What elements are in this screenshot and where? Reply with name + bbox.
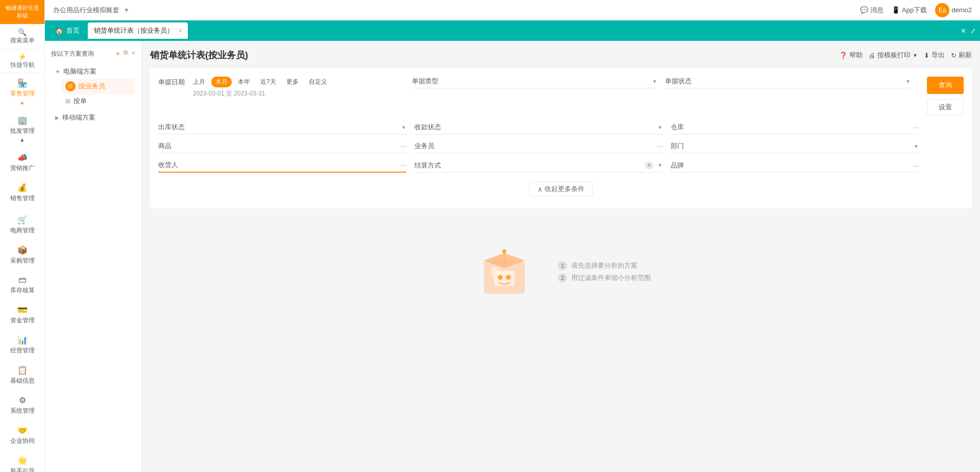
svg-point-4 bbox=[498, 275, 503, 280]
filter-buttons: 查询 设置 bbox=[919, 77, 964, 115]
salesman-field: 业务员 ··· bbox=[414, 141, 663, 153]
tree-item-by-salesman[interactable]: 按 按业务员 bbox=[61, 79, 135, 94]
date-filter-field: 单据日期 上月 本月 本年 近7天 更多 自定义 2023-03-0 bbox=[158, 77, 404, 98]
active-scheme-icon: 按 bbox=[65, 81, 76, 91]
sidebar-search[interactable]: 🔍 搜索菜单 bbox=[0, 24, 44, 50]
desktop-schemes-section: ▼ 电脑端方案 按 按业务员 ⊞ 按单 ▶ 移动端方案 bbox=[45, 62, 141, 127]
collapse-bar: ∧ 收起更多条件 bbox=[158, 178, 964, 200]
tab-close-window-btn[interactable]: ✕ bbox=[961, 27, 966, 35]
collapse-panel-btn[interactable]: « bbox=[132, 49, 135, 58]
sidebar-item-purchase[interactable]: 📦 采购管理 bbox=[0, 240, 44, 270]
date-tab-custom[interactable]: 自定义 bbox=[305, 77, 331, 87]
goods-field: 商品 ··· bbox=[158, 141, 406, 153]
date-tabs: 上月 本月 本年 近7天 更多 自定义 bbox=[189, 77, 331, 87]
salesman-label: 业务员 bbox=[414, 141, 434, 151]
tree-item-desktop[interactable]: ▼ 电脑端方案 bbox=[51, 64, 135, 79]
newbie-icon: 🌟 bbox=[17, 456, 28, 465]
tree-item-by-order[interactable]: ⊞ 按单 bbox=[61, 94, 135, 108]
tab-home[interactable]: 🏠 首页 bbox=[49, 22, 86, 39]
empty-hint-1: 1 请先选择要分析的方案 bbox=[558, 261, 651, 270]
date-tab-last-month[interactable]: 上月 bbox=[189, 77, 209, 87]
operations-icon: 📊 bbox=[17, 335, 28, 345]
tab-close-btn[interactable]: × bbox=[179, 28, 182, 34]
sidebar-item-wholesale[interactable]: 🏢 批发管理 ▲ bbox=[0, 110, 44, 148]
brand-dots[interactable]: ··· bbox=[913, 161, 919, 170]
message-icon: 💬 bbox=[860, 6, 868, 14]
date-tab-this-year[interactable]: 本年 bbox=[234, 77, 254, 87]
doc-type-arrow[interactable]: ▼ bbox=[652, 79, 657, 84]
collapse-icon: ∧ bbox=[537, 185, 543, 193]
ecommerce-icon: 🛒 bbox=[17, 215, 28, 225]
export-btn[interactable]: ⬇ 导出 bbox=[924, 51, 945, 60]
app-download-btn[interactable]: 📱 App下载 bbox=[892, 6, 927, 15]
sidebar-item-retail[interactable]: 🏪 零售管理 ▲ bbox=[0, 73, 44, 110]
help-btn[interactable]: ❓ 帮助 bbox=[839, 51, 863, 60]
payment-arrow[interactable]: ▼ bbox=[657, 162, 663, 168]
receiver-input[interactable] bbox=[182, 161, 394, 169]
doc-type-filter-field: 单据类型 ▼ bbox=[412, 77, 657, 88]
sidebar-item-basic[interactable]: 📋 基础信息 bbox=[0, 360, 44, 390]
left-panel-header: 按以下方案查询 + ⚙ « bbox=[45, 47, 141, 62]
home-icon: 🏠 bbox=[55, 27, 63, 35]
payment-clear-btn[interactable]: × bbox=[645, 161, 653, 170]
topbar-left: 办公用品行业模拟账套 ▼ bbox=[53, 6, 130, 15]
payment-label: 结算方式 bbox=[414, 161, 441, 170]
date-tab-7days[interactable]: 近7天 bbox=[256, 77, 280, 87]
tree-arrow-mobile: ▶ bbox=[55, 115, 59, 121]
left-panel: 按以下方案查询 + ⚙ « ▼ 电脑端方案 按 按业务员 bbox=[45, 41, 142, 472]
topbar-dropdown-arrow[interactable]: ▼ bbox=[124, 7, 130, 14]
inventory-icon: 🗃 bbox=[18, 275, 27, 285]
setting-button[interactable]: 设置 bbox=[927, 99, 964, 115]
goods-dots[interactable]: ··· bbox=[400, 142, 406, 150]
sidebar-item-enterprise[interactable]: 🤝 企业协同 bbox=[0, 420, 44, 451]
sidebar-item-marketing[interactable]: 📣 营销推广 bbox=[0, 148, 44, 178]
sidebar-logo[interactable]: 畅捷通好生意 标版 bbox=[0, 0, 44, 24]
out-status-arrow[interactable]: ▼ bbox=[401, 125, 406, 130]
sidebar-item-finance[interactable]: 💳 资金管理 bbox=[0, 300, 44, 330]
page-actions: ❓ 帮助 🖨 按模板打印 ▼ ⬇ 导出 ↻ 刷新 bbox=[839, 51, 972, 60]
sidebar: 畅捷通好生意 标版 🔍 搜索菜单 ⚡ 快捷导航 🏪 零售管理 ▲ 🏢 批发管理 … bbox=[0, 0, 45, 472]
purchase-icon: 📦 bbox=[17, 245, 28, 255]
doc-status-arrow[interactable]: ▼ bbox=[905, 79, 911, 84]
add-scheme-btn[interactable]: + bbox=[115, 49, 120, 58]
topbar: 办公用品行业模拟账套 ▼ 💬 消息 📱 App下载 Ea demo2 bbox=[45, 0, 980, 20]
sidebar-item-inventory[interactable]: 🗃 库存核算 bbox=[0, 270, 44, 300]
date-tab-this-month[interactable]: 本月 bbox=[211, 77, 232, 87]
print-dropdown-arrow[interactable]: ▼ bbox=[913, 53, 918, 58]
out-status-field: 出库状态 ▼ bbox=[158, 123, 406, 134]
sidebar-item-newbie[interactable]: 🌟 新手引导 bbox=[0, 451, 44, 472]
date-tab-more[interactable]: 更多 bbox=[282, 77, 303, 87]
sidebar-item-operations[interactable]: 📊 经营管理 bbox=[0, 330, 44, 360]
settings-scheme-btn[interactable]: ⚙ bbox=[123, 49, 129, 58]
sidebar-quicknav[interactable]: ⚡ 快捷导航 bbox=[0, 50, 44, 73]
tree-item-mobile[interactable]: ▶ 移动端方案 bbox=[51, 110, 135, 125]
tabbar: 🏠 首页 销货单统计表（按业务员） × ✕ ⤢ bbox=[45, 20, 980, 41]
sidebar-item-sales[interactable]: 💰 销售管理 bbox=[0, 178, 44, 208]
empty-state: 1 请先选择要分析的方案 2 用过滤条件来缩小分析范围 bbox=[150, 215, 972, 332]
warehouse-dots[interactable]: ··· bbox=[913, 123, 919, 131]
dept-arrow[interactable]: ▼ bbox=[914, 144, 919, 149]
receive-status-arrow[interactable]: ▼ bbox=[657, 125, 663, 130]
collapse-btn[interactable]: ∧ 收起更多条件 bbox=[529, 182, 593, 196]
user-avatar-btn[interactable]: Ea demo2 bbox=[935, 3, 972, 17]
wholesale-icon: 🏢 bbox=[17, 115, 28, 125]
tab-sales-stats[interactable]: 销货单统计表（按业务员） × bbox=[88, 22, 188, 39]
query-button[interactable]: 查询 bbox=[927, 77, 964, 94]
sidebar-item-system[interactable]: ⚙ 系统管理 bbox=[0, 390, 44, 420]
print-icon: 🖨 bbox=[869, 52, 875, 59]
tab-maximize-btn[interactable]: ⤢ bbox=[970, 27, 976, 35]
filter-row-3: 商品 ··· 业务员 ··· 部门 ▼ bbox=[158, 141, 964, 153]
refresh-btn[interactable]: ↻ 刷新 bbox=[951, 51, 972, 60]
doc-type-label: 单据类型 bbox=[412, 77, 438, 86]
receiver-dots[interactable]: ··· bbox=[400, 161, 406, 169]
filter-row-4: 收货人 ··· 结算方式 × ▼ 品牌 · bbox=[158, 160, 964, 173]
print-btn[interactable]: 🖨 按模板打印 ▼ bbox=[869, 51, 918, 60]
marketing-icon: 📣 bbox=[17, 153, 28, 162]
receive-status-field: 收款状态 ▼ bbox=[414, 123, 663, 134]
system-icon: ⚙ bbox=[19, 395, 26, 405]
message-btn[interactable]: 💬 消息 bbox=[860, 6, 884, 15]
sidebar-item-ecommerce[interactable]: 🛒 电商管理 bbox=[0, 210, 44, 240]
app-download-icon: 📱 bbox=[892, 6, 900, 14]
doc-title: 办公用品行业模拟账套 bbox=[53, 6, 119, 15]
salesman-dots[interactable]: ··· bbox=[656, 142, 663, 150]
